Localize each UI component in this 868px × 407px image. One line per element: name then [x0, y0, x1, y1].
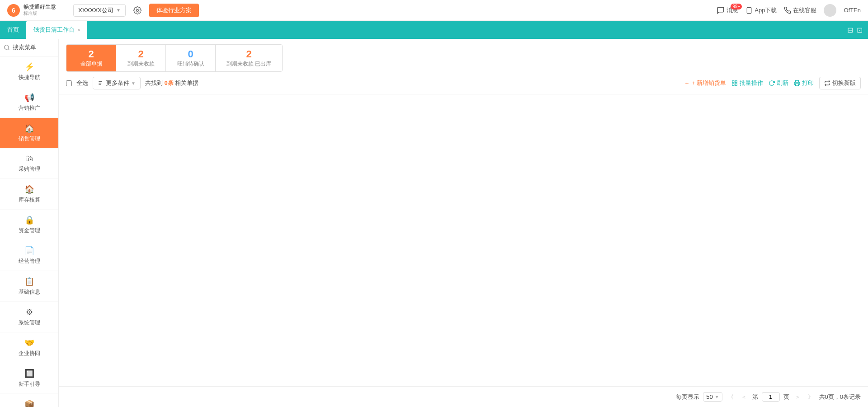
- select-all-label: 全选: [76, 79, 88, 87]
- avatar-name: OfTEn: [844, 7, 861, 14]
- sidebar-item-purchase-label: 采购管理: [19, 165, 40, 173]
- sidebar-item-inventory-label: 库存核算: [19, 196, 40, 204]
- stat-tab-overdue[interactable]: 2 到期未收款: [116, 45, 166, 71]
- tab-bar: 首页 钱货日清工作台 × ⊟ ⊡: [0, 21, 868, 39]
- online-service-item[interactable]: 在线客服: [784, 6, 816, 14]
- sidebar-search-label: 搜索菜单: [13, 43, 36, 51]
- filter-label: 更多条件: [106, 79, 129, 87]
- table-area: [59, 94, 868, 386]
- add-sale-order-button[interactable]: ＋ + 新增销货单: [684, 79, 726, 87]
- svg-rect-1: [747, 7, 751, 13]
- print-label: 打印: [802, 79, 814, 87]
- stat-label-overdue: 到期未收款: [127, 61, 155, 67]
- app-center-icon: 📦: [24, 399, 34, 407]
- sidebar-item-cooperation[interactable]: 🤝 企业协同: [0, 332, 58, 363]
- sidebar-search[interactable]: 搜索菜单: [0, 39, 58, 56]
- stat-num-overdue: 2: [127, 48, 155, 60]
- toolbar-left: 全选 更多条件 ▼ 共找到 0条 相关单据: [66, 77, 198, 89]
- sidebar-item-basic-info[interactable]: 📋 基础信息: [0, 271, 58, 302]
- app-download-item[interactable]: App下载: [745, 6, 777, 14]
- sidebar: 搜索菜单 ⚡ 快捷导航 📢 营销推广 🏠 销售管理 🛍 采购管理 🏠 库存核算 …: [0, 39, 59, 407]
- finance-icon: 🔒: [24, 215, 34, 225]
- avatar[interactable]: [824, 4, 836, 17]
- per-page-value: 50: [706, 393, 712, 400]
- svg-rect-11: [735, 84, 737, 85]
- page-prev-button[interactable]: ＜: [739, 392, 749, 402]
- per-page-select[interactable]: 50 ▼: [703, 392, 722, 402]
- refresh-button[interactable]: 刷新: [769, 79, 788, 87]
- company-selector[interactable]: XXXXXX公司 ▼: [73, 4, 126, 17]
- pagination: 每页显示 50 ▼ 《 ＜ 第 页 ＞ 》 共0页，0条记录: [59, 386, 868, 407]
- sidebar-item-inventory[interactable]: 🏠 库存核算: [0, 179, 58, 210]
- svg-point-0: [137, 9, 139, 11]
- tab-minimize-icon[interactable]: ⊟: [847, 26, 853, 34]
- tab-expand-icon[interactable]: ⊡: [857, 26, 863, 34]
- sidebar-item-basic-info-label: 基础信息: [19, 288, 40, 296]
- select-all-checkbox[interactable]: [66, 80, 72, 86]
- system-icon: ⚙: [26, 307, 33, 317]
- page-suffix: 页: [783, 393, 789, 401]
- stat-num-overdue-shipped: 2: [226, 48, 271, 60]
- message-item[interactable]: 消息 99+: [717, 6, 738, 14]
- filter-button[interactable]: 更多条件 ▼: [93, 77, 141, 89]
- inventory-icon: 🏠: [24, 184, 34, 194]
- filter-arrow: ▼: [131, 81, 136, 86]
- switch-version-button[interactable]: 切换新版: [819, 77, 861, 89]
- tab-active-label: 钱货日清工作台: [33, 26, 75, 34]
- page-last-button[interactable]: 》: [806, 392, 816, 402]
- sidebar-item-system-label: 系统管理: [19, 319, 40, 327]
- online-service-label: 在线客服: [793, 6, 816, 14]
- trial-button[interactable]: 体验行业方案: [149, 4, 199, 17]
- logo-sub: 标准版: [24, 10, 56, 17]
- header-center: XXXXXX公司 ▼ 体验行业方案: [66, 4, 717, 17]
- batch-operation-button[interactable]: 批量操作: [731, 79, 763, 87]
- stat-tab-all[interactable]: 2 全部单据: [66, 45, 116, 71]
- quick-nav-icon: ⚡: [24, 62, 34, 72]
- batch-label: 批量操作: [740, 79, 763, 87]
- sidebar-item-sales[interactable]: 🏠 销售管理: [0, 118, 58, 149]
- sidebar-item-purchase[interactable]: 🛍 采购管理: [0, 149, 58, 179]
- stat-tab-overdue-shipped[interactable]: 2 到期未收款 已出库: [216, 45, 282, 71]
- settings-icon[interactable]: [131, 4, 144, 17]
- stat-num-pending: 0: [177, 48, 204, 60]
- svg-point-3: [5, 45, 9, 49]
- content-area: 2 全部单据 2 到期未收款 0 旺铺待确认 2 到期未收款 已出库: [59, 39, 868, 407]
- purchase-icon: 🛍: [25, 154, 33, 164]
- tab-close-icon[interactable]: ×: [77, 27, 80, 33]
- svg-rect-12: [796, 84, 799, 86]
- stat-label-all: 全部单据: [80, 61, 102, 67]
- logo-area: 6 畅捷通好生意 标准版: [7, 4, 66, 17]
- logo-text-area: 畅捷通好生意 标准版: [24, 4, 56, 17]
- tab-home[interactable]: 首页: [0, 21, 26, 39]
- page-input[interactable]: [762, 392, 780, 402]
- sidebar-item-system[interactable]: ⚙ 系统管理: [0, 302, 58, 332]
- tab-active[interactable]: 钱货日清工作台 ×: [26, 21, 87, 39]
- sales-icon: 🏠: [24, 123, 34, 133]
- page-first-button[interactable]: 《: [726, 392, 736, 402]
- sidebar-item-operation-label: 经营管理: [19, 257, 40, 265]
- add-label: + 新增销货单: [692, 79, 726, 87]
- svg-line-4: [8, 49, 9, 50]
- stat-label-overdue-shipped: 到期未收款 已出库: [226, 61, 271, 67]
- sidebar-item-finance[interactable]: 🔒 资金管理: [0, 210, 58, 240]
- beginner-icon: 🔲: [24, 369, 34, 379]
- sidebar-item-marketing[interactable]: 📢 营销推广: [0, 87, 58, 118]
- header-right: 消息 99+ App下载 在线客服 OfTEn: [717, 4, 861, 17]
- found-count: 0条: [165, 80, 174, 86]
- sidebar-item-app-center[interactable]: 📦 应用中心: [0, 394, 58, 407]
- svg-rect-10: [732, 84, 734, 85]
- refresh-label: 刷新: [777, 79, 788, 87]
- sidebar-item-finance-label: 资金管理: [19, 227, 40, 234]
- sidebar-item-beginner[interactable]: 🔲 新手引导: [0, 363, 58, 394]
- sidebar-item-operation[interactable]: 📄 经营管理: [0, 240, 58, 271]
- page-total: 共0页，0条记录: [819, 393, 861, 401]
- toolbar-right: ＋ + 新增销货单 批量操作 刷新: [684, 77, 861, 89]
- main-layout: 搜索菜单 ⚡ 快捷导航 📢 营销推广 🏠 销售管理 🛍 采购管理 🏠 库存核算 …: [0, 39, 868, 407]
- print-button[interactable]: 打印: [794, 79, 814, 87]
- sidebar-item-marketing-label: 营销推广: [19, 104, 40, 112]
- sidebar-item-quick-nav[interactable]: ⚡ 快捷导航: [0, 56, 58, 87]
- stat-tab-pending[interactable]: 0 旺铺待确认: [166, 45, 216, 71]
- logo-name: 畅捷通好生意: [24, 4, 56, 11]
- tab-home-label: 首页: [7, 26, 19, 34]
- page-next-button[interactable]: ＞: [793, 392, 802, 402]
